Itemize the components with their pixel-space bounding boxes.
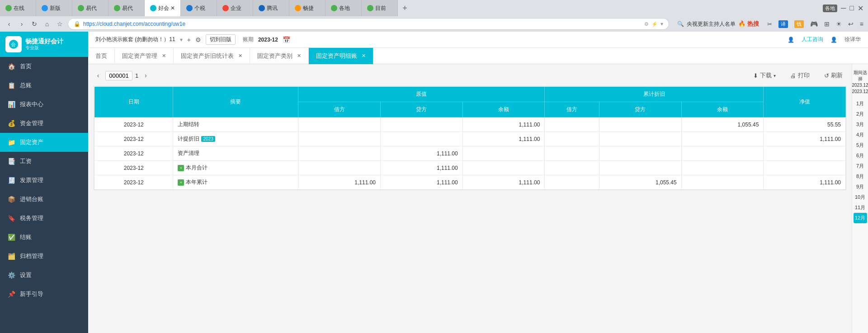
- cell-date-2: 2023-12: [94, 146, 173, 161]
- restore-icon[interactable]: □: [849, 4, 854, 12]
- undo-icon[interactable]: ↩: [848, 20, 854, 28]
- page-tab-close-1[interactable]: ✕: [162, 53, 166, 59]
- month-item-3月[interactable]: 3月: [854, 119, 867, 130]
- user-name: 徐译华: [844, 36, 861, 43]
- browser-tab-2[interactable]: 易代: [72, 0, 108, 16]
- bookmark-button[interactable]: ☆: [55, 19, 64, 28]
- service-label[interactable]: 人工咨询: [802, 36, 823, 43]
- browser-tab-0[interactable]: 在线: [0, 0, 36, 16]
- wallet-icon[interactable]: 钱: [794, 20, 804, 28]
- page-tab-label-3: 固定资产类别: [257, 52, 292, 60]
- browser-tab-8[interactable]: 畅捷: [289, 0, 326, 16]
- tab-favicon-9: [331, 5, 337, 11]
- browser-tab-3[interactable]: 易代: [108, 0, 145, 16]
- sidebar-item-10[interactable]: 🗂️归档管理: [0, 247, 88, 266]
- logo-app-name: 畅捷通好会计: [25, 38, 63, 45]
- close-window-icon[interactable]: ✕: [858, 4, 863, 13]
- reload-button[interactable]: ↻: [30, 19, 39, 28]
- browser-tab-1[interactable]: 新版: [36, 0, 72, 16]
- month-item-8月[interactable]: 8月: [854, 171, 867, 182]
- minimize-icon[interactable]: ─: [841, 4, 846, 12]
- page-tab-close-2[interactable]: ✕: [238, 53, 242, 59]
- cell-dep-credit-3: [599, 161, 682, 175]
- grid-icon[interactable]: ⊞: [824, 20, 830, 28]
- sidebar-item-8[interactable]: 🔖税务管理: [0, 209, 88, 228]
- nav-label-6: 发票管理: [20, 176, 43, 184]
- cut-icon[interactable]: ✂: [767, 21, 772, 28]
- back-button[interactable]: ‹: [5, 19, 14, 28]
- month-item-9月[interactable]: 9月: [854, 182, 867, 192]
- switch-version-button[interactable]: 切到旧版: [206, 34, 236, 45]
- sidebar-item-5[interactable]: 📑工资: [0, 152, 88, 171]
- refresh-button[interactable]: ↺ 刷新: [821, 70, 846, 81]
- sidebar-item-6[interactable]: 🧾发票管理: [0, 171, 88, 190]
- month-item-5月[interactable]: 5月: [854, 140, 867, 150]
- page-tab-label-1: 固定资产管理: [122, 52, 157, 60]
- brightness-icon[interactable]: ☀: [836, 20, 842, 28]
- menu-icon[interactable]: ≡: [860, 20, 863, 28]
- table-row: 2023-12 上期结转 1,111.00 1,055.45 55.55: [94, 117, 846, 132]
- translate-icon[interactable]: 译: [778, 20, 788, 28]
- logo-icon: 会: [5, 36, 22, 52]
- user-avatar-icon[interactable]: 👤: [830, 37, 837, 43]
- cell-dep-balance-2: [681, 146, 764, 161]
- selected-date-0: 2023.12: [852, 82, 868, 89]
- tab-count-badge: 各地: [823, 5, 837, 12]
- nav-label-1: 总账: [20, 81, 32, 89]
- add-account-icon[interactable]: +: [187, 36, 191, 43]
- home-button[interactable]: ⌂: [42, 19, 52, 28]
- next-page-button[interactable]: ›: [141, 71, 150, 80]
- page-tab-3[interactable]: 固定资产类别✕: [250, 48, 309, 64]
- sidebar-item-4[interactable]: 📁固定资产: [0, 133, 88, 152]
- cell-summary-3: +本月合计: [173, 161, 298, 175]
- page-tab-2[interactable]: 固定资产折旧统计表✕: [174, 48, 250, 64]
- sidebar-item-11[interactable]: ⚙️设置: [0, 266, 88, 285]
- hot-search-label[interactable]: 🔥 热搜: [738, 20, 759, 28]
- month-item-10月[interactable]: 10月: [854, 192, 867, 202]
- toolbar: ‹ 000001 1 › ⬇ 下载 ▾ 🖨 打印: [94, 70, 846, 81]
- page-tab-label-2: 固定资产折旧统计表: [181, 52, 234, 60]
- page-tab-close-4[interactable]: ✕: [362, 53, 366, 59]
- print-button[interactable]: 🖨 打印: [787, 70, 813, 81]
- forward-button[interactable]: ›: [17, 19, 26, 28]
- calendar-icon[interactable]: 📅: [283, 36, 290, 43]
- cell-orig-credit-4: 1,111.00: [381, 175, 463, 190]
- sidebar-item-3[interactable]: 💰资金管理: [0, 114, 88, 133]
- sidebar-item-0[interactable]: 🏠首页: [0, 57, 88, 76]
- browser-tools: ✂ 译 钱 🎮 ⊞ ☀ ↩ ≡: [767, 20, 863, 28]
- col-net-value: 净值: [764, 87, 846, 117]
- page-tab-close-3[interactable]: ✕: [297, 53, 301, 59]
- prev-page-button[interactable]: ‹: [94, 71, 103, 80]
- browser-tab-10[interactable]: 目前: [362, 0, 398, 16]
- settings-small-icon[interactable]: ⚙: [195, 36, 201, 43]
- sidebar-item-12[interactable]: 📌新手引导: [0, 285, 88, 304]
- dropdown-arrow-icon[interactable]: ▾: [180, 37, 183, 43]
- month-item-1月[interactable]: 1月: [854, 98, 867, 109]
- browser-tab-9[interactable]: 各地: [326, 0, 362, 16]
- page-tab-4[interactable]: 固定资产明细账✕: [309, 48, 373, 64]
- download-button[interactable]: ⬇ 下载 ▾: [750, 70, 779, 81]
- url-text: https://cloud.chanjet.com/accounting/uw1…: [83, 21, 642, 27]
- page-number-input[interactable]: 000001: [105, 71, 132, 80]
- address-input[interactable]: 🔒 https://cloud.chanjet.com/accounting/u…: [68, 18, 669, 30]
- month-item-7月[interactable]: 7月: [854, 161, 867, 171]
- browser-tab-5[interactable]: 个税: [181, 0, 217, 16]
- browser-tab-6[interactable]: 企业: [217, 0, 253, 16]
- month-item-11月[interactable]: 11月: [854, 202, 867, 213]
- new-tab-button[interactable]: +: [398, 0, 412, 16]
- month-item-2月[interactable]: 2月: [854, 109, 867, 119]
- sidebar-item-9[interactable]: ✅结账: [0, 228, 88, 247]
- month-item-12月[interactable]: 12月: [854, 213, 867, 223]
- service-icon[interactable]: 👤: [788, 37, 794, 43]
- month-item-4月[interactable]: 4月: [854, 130, 867, 140]
- sidebar-item-1[interactable]: 📋总账: [0, 76, 88, 95]
- game-icon[interactable]: 🎮: [810, 20, 818, 28]
- sidebar-item-7[interactable]: 📦进销台账: [0, 190, 88, 209]
- browser-tab-4[interactable]: 好会 ✕: [145, 0, 181, 16]
- address-dropdown-icon[interactable]: ▾: [660, 21, 663, 27]
- browser-tab-7[interactable]: 腾讯: [253, 0, 289, 16]
- month-item-6月[interactable]: 6月: [854, 150, 867, 161]
- sidebar-item-2[interactable]: 📊报表中心: [0, 95, 88, 114]
- page-tab-1[interactable]: 固定资产管理✕: [115, 48, 174, 64]
- page-tab-0[interactable]: 首页: [88, 48, 115, 64]
